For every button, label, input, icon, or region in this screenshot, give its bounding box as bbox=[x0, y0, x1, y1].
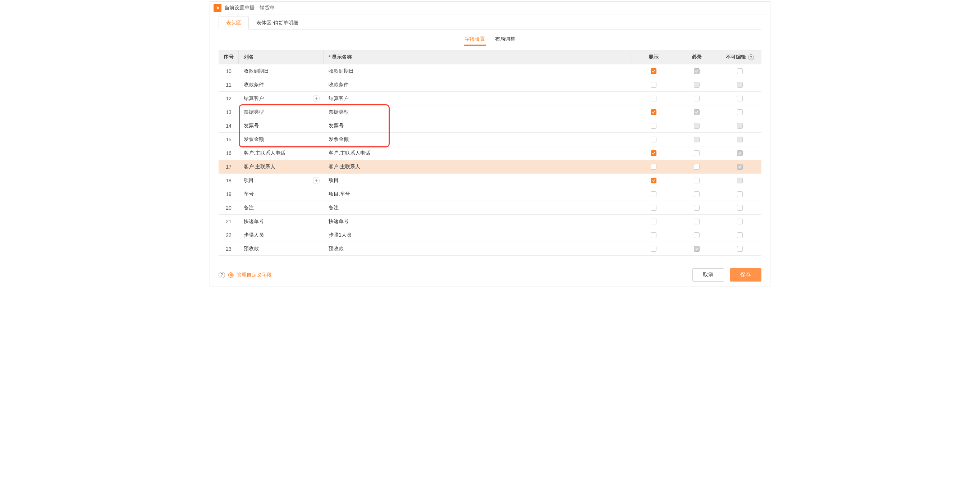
checkbox-readonly[interactable] bbox=[737, 191, 743, 197]
cell-dispname[interactable]: 发票金额 bbox=[323, 133, 632, 146]
cell-seq: 21 bbox=[219, 215, 239, 228]
checkbox-show[interactable] bbox=[651, 164, 657, 170]
cell-readonly bbox=[718, 64, 761, 78]
cell-seq: 19 bbox=[219, 187, 239, 201]
sub-tab-0[interactable]: 字段设置 bbox=[464, 34, 486, 46]
header-dispname: * 显示名称 bbox=[323, 50, 632, 64]
cell-colname: 收款条件 bbox=[239, 78, 323, 91]
cell-dispname[interactable]: 客户.主联系人 bbox=[323, 160, 632, 174]
checkbox-show[interactable] bbox=[651, 123, 657, 129]
checkbox-required[interactable] bbox=[694, 232, 700, 238]
topbar: 当前设置单据：销货单 bbox=[210, 2, 770, 14]
cell-show bbox=[632, 160, 675, 174]
checkbox-readonly[interactable] bbox=[737, 219, 743, 224]
cell-colname: 车号 bbox=[239, 187, 323, 201]
cell-dispname[interactable]: 步骤1人员 bbox=[323, 228, 632, 242]
save-button[interactable]: 保存 bbox=[730, 268, 761, 282]
colname-text: 收款到期日 bbox=[244, 68, 269, 75]
checkbox-show[interactable] bbox=[651, 109, 657, 115]
checkbox-readonly[interactable] bbox=[737, 232, 743, 238]
colname-text: 预收款 bbox=[244, 245, 259, 252]
table-row: 12结算客户+结算客户 bbox=[219, 92, 761, 105]
add-sub-field-button[interactable]: + bbox=[313, 95, 320, 102]
primary-tab-0[interactable]: 表头区 bbox=[219, 16, 249, 29]
cell-dispname[interactable]: 备注 bbox=[323, 201, 632, 214]
expand-sidebar-button[interactable] bbox=[213, 4, 221, 12]
page-root: 当前设置单据：销货单 表头区表体区-销货单明细 字段设置布局调整 序号 列名 *… bbox=[210, 2, 770, 287]
table-row: 10收款到期日收款到期日 bbox=[219, 64, 761, 78]
cell-colname: 发票金额 bbox=[239, 133, 323, 146]
cell-dispname[interactable]: 项目.车号 bbox=[323, 187, 632, 201]
cell-readonly bbox=[718, 133, 761, 146]
checkbox-show[interactable] bbox=[651, 219, 657, 224]
cell-dispname[interactable]: 预收款 bbox=[323, 242, 632, 255]
checkbox-show[interactable] bbox=[651, 246, 657, 252]
checkbox-required[interactable] bbox=[694, 205, 700, 211]
cell-show bbox=[632, 64, 675, 78]
colname-text: 步骤人员 bbox=[244, 232, 264, 239]
checkbox-readonly[interactable] bbox=[737, 68, 743, 74]
cell-show bbox=[632, 119, 675, 132]
checkbox-required[interactable] bbox=[694, 164, 700, 170]
checkbox-readonly[interactable] bbox=[737, 205, 743, 211]
sub-tab-1[interactable]: 布局调整 bbox=[494, 34, 516, 46]
cell-dispname[interactable]: 结算客户 bbox=[323, 92, 632, 105]
checkbox-required[interactable] bbox=[694, 150, 700, 156]
table-row: 23预收款预收款 bbox=[219, 242, 761, 256]
checkbox-show[interactable] bbox=[651, 205, 657, 211]
checkbox-readonly[interactable] bbox=[737, 96, 743, 101]
cell-dispname[interactable]: 客户.主联系人电话 bbox=[323, 146, 632, 160]
help-icon[interactable]: ? bbox=[219, 272, 225, 278]
cancel-button[interactable]: 取消 bbox=[692, 268, 724, 282]
checkbox-required[interactable] bbox=[694, 219, 700, 224]
cell-readonly bbox=[718, 146, 761, 160]
table-row: 13票据类型票据类型 bbox=[219, 105, 761, 119]
primary-tab-1[interactable]: 表体区-销货单明细 bbox=[249, 16, 306, 29]
cell-dispname[interactable]: 快递单号 bbox=[323, 215, 632, 228]
checkbox-required[interactable] bbox=[694, 178, 700, 183]
cell-required bbox=[675, 228, 718, 242]
footer-actions: 取消 保存 bbox=[692, 268, 761, 282]
checkbox-readonly[interactable] bbox=[737, 109, 743, 115]
cell-seq: 13 bbox=[219, 105, 239, 119]
checkbox-show[interactable] bbox=[651, 178, 657, 183]
checkbox-readonly[interactable] bbox=[737, 246, 743, 252]
checkbox-show[interactable] bbox=[651, 68, 657, 74]
manage-custom-fields-link[interactable]: 管理自定义字段 bbox=[237, 272, 272, 278]
cell-show bbox=[632, 174, 675, 187]
cell-required bbox=[675, 92, 718, 105]
cell-colname: 项目+ bbox=[239, 174, 323, 187]
sub-tabs: 字段设置布局调整 bbox=[210, 29, 770, 46]
cell-dispname[interactable]: 票据类型 bbox=[323, 105, 632, 119]
colname-text: 收款条件 bbox=[244, 82, 264, 88]
cell-required bbox=[675, 78, 718, 91]
cell-colname: 步骤人员 bbox=[239, 228, 323, 242]
checkbox-show[interactable] bbox=[651, 96, 657, 101]
checkbox-required[interactable] bbox=[694, 96, 700, 101]
cell-required bbox=[675, 174, 718, 187]
cell-dispname[interactable]: 收款到期日 bbox=[323, 64, 632, 78]
cell-seq: 17 bbox=[219, 160, 239, 174]
checkbox-show[interactable] bbox=[651, 191, 657, 197]
add-sub-field-button[interactable]: + bbox=[313, 177, 320, 184]
help-icon[interactable]: ? bbox=[748, 54, 754, 60]
cell-show bbox=[632, 78, 675, 91]
checkbox-show[interactable] bbox=[651, 82, 657, 88]
cell-show bbox=[632, 215, 675, 228]
checkbox-show[interactable] bbox=[651, 150, 657, 156]
cell-dispname[interactable]: 收款条件 bbox=[323, 78, 632, 91]
table-row: 16客户.主联系人电话客户.主联系人电话 bbox=[219, 146, 761, 160]
checkbox-required[interactable] bbox=[694, 191, 700, 197]
checkbox-readonly bbox=[737, 82, 743, 88]
colname-text: 车号 bbox=[244, 191, 254, 197]
header-colname: 列名 bbox=[239, 50, 323, 64]
cell-readonly bbox=[718, 92, 761, 105]
cell-required bbox=[675, 105, 718, 119]
footer-bar: ? 管理自定义字段 取消 保存 bbox=[210, 263, 770, 287]
checkbox-show[interactable] bbox=[651, 137, 657, 142]
checkbox-show[interactable] bbox=[651, 232, 657, 238]
cell-dispname[interactable]: 项目 bbox=[323, 174, 632, 187]
cell-seq: 22 bbox=[219, 228, 239, 242]
cell-dispname[interactable]: 发票号 bbox=[323, 119, 632, 132]
table-row: 14发票号发票号 bbox=[219, 119, 761, 133]
